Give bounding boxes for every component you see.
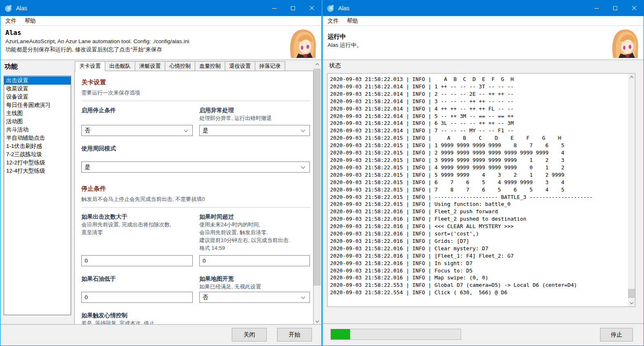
- log-line: 2020-09-03 21:58:22.014 | INFO | 6 3L --…: [330, 120, 635, 127]
- if-count-input[interactable]: [81, 255, 193, 266]
- log-box: 2020-09-03 21:58:22.013 | INFO | A B C D…: [327, 73, 635, 307]
- log-line: 2020-09-03 21:58:22.016 | INFO | Clear m…: [330, 245, 635, 252]
- if-time-desc: 使用未来24小时内的时间,: [199, 221, 311, 228]
- sidebar-item[interactable]: 12-2打中型练级: [4, 159, 71, 167]
- sidebar-item[interactable]: 设备设置: [4, 93, 71, 101]
- if-map-clear-select[interactable]: 否: [199, 292, 310, 303]
- section-desc-stage: 需要运行一次来保存选项: [81, 89, 311, 97]
- section-desc-stop: 触发后不会马上停止会先完成当前出击, 不需要就填0: [81, 196, 311, 203]
- tab[interactable]: 关卡设置: [75, 61, 105, 72]
- enable-exception-value: 是: [203, 127, 208, 134]
- function-listbox: 出击设置收菜设置设备设置每日任务困难演习主线图活动图共斗活动半自动辅助点击1-1…: [4, 76, 71, 315]
- sidebar-item[interactable]: 共斗活动: [4, 126, 71, 134]
- log-line: 2020-09-03 21:58:22.015 | INFO | 1 9999 …: [330, 142, 635, 149]
- minimize-button[interactable]: [265, 0, 284, 16]
- tab[interactable]: 出击舰队: [105, 61, 135, 71]
- close-button[interactable]: [302, 0, 321, 16]
- chevron-down-icon: [301, 295, 305, 299]
- if-map-clear-desc: 如果已经满足, 无视此设置: [199, 283, 311, 291]
- settings-footer: 关闭 开始: [0, 324, 321, 346]
- settings-panel: 关卡设置 需要运行一次来保存选项 启用停止条件 否 启用异常处理 处理部分异常,…: [74, 71, 314, 325]
- log-line: 2020-09-03 21:58:22.553 | INFO | Global …: [330, 281, 635, 289]
- use-loop-select[interactable]: 是: [81, 161, 310, 173]
- if-emotion-label: 如果触发心情控制: [81, 311, 310, 319]
- settings-body: 功能 出击设置收菜设置设备设置每日任务困难演习主线图活动图共斗活动半自动辅助点击…: [0, 60, 321, 324]
- sidebar-item[interactable]: 活动图: [4, 118, 71, 126]
- chevron-down-icon: [315, 319, 319, 323]
- menubar: 文件帮助: [323, 16, 644, 26]
- if-count-desc: 会沿用先前设置, 完成出击将扣除次数,: [81, 221, 193, 228]
- titlebar[interactable]: Alas: [0, 0, 321, 16]
- sidebar-item[interactable]: 每日任务困难演习: [4, 101, 71, 109]
- log-line: 2020-09-03 21:58:22.016 | INFO | In sigh…: [330, 260, 635, 267]
- maximize-icon: [613, 6, 617, 10]
- tab[interactable]: 潜艇设置: [135, 61, 165, 71]
- tab[interactable]: 退役设置: [225, 61, 255, 71]
- log-line: 2020-09-03 21:58:22.015 | INFO | 2 9999 …: [330, 149, 635, 157]
- if-time-input[interactable]: [199, 255, 310, 266]
- enable-exception-desc: 处理部分异常, 运行出错时撤退: [199, 114, 311, 122]
- menu-item[interactable]: 文件: [328, 17, 339, 25]
- log-line: 2020-09-03 21:58:22.015 | INFO | 3 9999 …: [330, 157, 635, 164]
- log-line: 2020-09-03 21:58:22.016 | INFO | sort=('…: [330, 230, 635, 238]
- start-button[interactable]: 开始: [277, 328, 312, 341]
- settings-scrollbar[interactable]: [314, 61, 321, 325]
- if-map-clear-label: 如果地图开荒: [199, 274, 311, 283]
- runner-window: Alas 文件帮助 运行中 Alas 运行中。 状态 2020: [322, 0, 644, 346]
- maximize-button[interactable]: [284, 0, 302, 16]
- sidebar-item[interactable]: 12-4打大型练级: [4, 167, 71, 175]
- settings-window: Alas 文件帮助 Alas AzurLaneAutoScript, An Az…: [0, 0, 322, 346]
- if-time-desc: 建议提前10分钟左右, 以完成当前出击.: [199, 236, 311, 244]
- use-loop-value: 是: [85, 164, 90, 170]
- close-app-button[interactable]: 关闭: [232, 328, 267, 341]
- scroll-up-arrow[interactable]: [628, 74, 635, 81]
- menu-item[interactable]: 帮助: [25, 17, 36, 25]
- log-line: 2020-09-03 21:58:22.015 | INFO | 7 8 7 6…: [330, 186, 635, 194]
- tab[interactable]: 血量控制: [195, 61, 225, 71]
- enable-exception-select[interactable]: 是: [199, 125, 310, 136]
- stop-button[interactable]: 停止: [600, 328, 633, 341]
- enable-stop-label: 启用停止条件: [81, 106, 193, 114]
- log-line: 2020-09-03 21:58:22.015 | INFO | 5 9999 …: [330, 171, 635, 179]
- if-count-label: 如果出击次数大于: [81, 212, 193, 221]
- log-line: 2020-09-03 21:58:22.016 | INFO | <<< CLE…: [330, 223, 635, 230]
- menu-item[interactable]: 文件: [5, 17, 16, 25]
- close-icon: [309, 6, 314, 11]
- status-label: 状态: [329, 62, 341, 69]
- close-button[interactable]: [625, 0, 644, 16]
- log-line: 2020-09-03 21:58:22.016 | INFO | Grids: …: [330, 238, 635, 245]
- if-oil-input[interactable]: [81, 292, 193, 303]
- log-line: 2020-09-03 21:58:22.016 | INFO | Map swi…: [330, 274, 635, 281]
- sidebar-item[interactable]: 7-2三战拣垃圾: [4, 150, 71, 159]
- minimize-button[interactable]: [587, 0, 606, 16]
- if-time-label: 如果时间超过: [199, 212, 311, 221]
- log-line: 2020-09-03 21:58:22.014 | INFO | 2 -- --…: [330, 90, 635, 98]
- sidebar-item[interactable]: 收菜设置: [4, 85, 71, 93]
- sidebar-item[interactable]: 主线图: [4, 109, 71, 118]
- sidebar-item[interactable]: 1-1伏击刷好感: [4, 142, 71, 150]
- sidebar-item[interactable]: 出击设置: [4, 76, 71, 85]
- log-line: 2020-09-03 21:58:22.014 | INFO | 3 -- --…: [330, 98, 635, 105]
- enable-exception-label: 启用异常处理: [199, 106, 311, 114]
- app-note: 功能都是分别保存和运行的, 修改设置后别忘了点击"开始"来保存: [5, 46, 316, 54]
- scrollbar-thumb[interactable]: [628, 289, 635, 298]
- maximize-icon: [291, 6, 295, 10]
- log-line: 2020-09-03 21:58:22.014 | INFO | 1 ++ --…: [330, 83, 635, 90]
- log-line: 2020-09-03 21:58:22.013 | INFO | A B C D…: [330, 76, 635, 83]
- maximize-button[interactable]: [606, 0, 625, 16]
- scroll-up-arrow[interactable]: [314, 61, 321, 68]
- avatar: [611, 28, 639, 58]
- app-subtitle: AzurLaneAutoScript, An Azur Lane automat…: [5, 37, 316, 46]
- divider: [81, 101, 311, 101]
- log-scrollbar[interactable]: [628, 74, 635, 307]
- tab[interactable]: 心情控制: [165, 61, 195, 71]
- menu-item[interactable]: 帮助: [347, 17, 358, 25]
- scrollbar-thumb[interactable]: [314, 69, 321, 286]
- tab[interactable]: 掉落记录: [255, 61, 285, 71]
- scroll-down-arrow[interactable]: [628, 300, 635, 307]
- log-line: 2020-09-03 21:58:22.016 | INFO | Focus t…: [330, 267, 635, 274]
- close-icon: [632, 6, 637, 11]
- enable-stop-select[interactable]: 否: [81, 125, 193, 136]
- sidebar-item[interactable]: 半自动辅助点击: [4, 134, 71, 142]
- titlebar[interactable]: Alas: [323, 0, 644, 16]
